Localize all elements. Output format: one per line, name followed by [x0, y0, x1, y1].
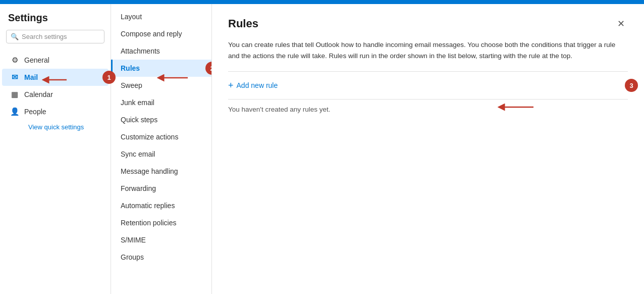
menu-item-groups[interactable]: Groups [111, 249, 211, 266]
sidebar-label-mail: Mail [24, 73, 38, 81]
sidebar-item-calendar[interactable]: ▦ Calendar [2, 86, 109, 103]
menu-item-attachments[interactable]: Attachments [111, 42, 211, 60]
people-icon: 👤 [10, 107, 19, 116]
add-rule-button[interactable]: + Add new rule 3 [228, 78, 628, 93]
search-box[interactable]: 🔍 Search settings [6, 30, 104, 43]
menu-item-forwarding[interactable]: Forwarding [111, 180, 211, 197]
sidebar-label-general: General [24, 56, 49, 64]
annotation-badge-1: 1 [102, 71, 116, 84]
divider-2 [228, 99, 628, 100]
main-content: Rules ✕ You can create rules that tell O… [212, 4, 644, 294]
sidebar-label-calendar: Calendar [24, 90, 53, 99]
sidebar-item-mail[interactable]: ✉ Mail 1 [2, 69, 109, 86]
page-title: Rules [228, 17, 258, 30]
add-rule-label: Add new rule [237, 81, 278, 89]
menu-item-sweep[interactable]: Sweep [111, 77, 211, 94]
menu-item-message[interactable]: Message handling [111, 163, 211, 180]
view-quick-settings-link[interactable]: View quick settings [20, 120, 111, 134]
menu-item-quicksteps[interactable]: Quick steps [111, 111, 211, 128]
menu-item-rules[interactable]: Rules 2 [111, 60, 211, 77]
middle-menu: Layout Compose and reply Attachments Rul… [111, 4, 212, 294]
menu-item-customize[interactable]: Customize actions [111, 128, 211, 145]
mail-icon: ✉ [10, 73, 19, 82]
annotation-badge-3: 3 [625, 79, 638, 92]
content-header: Rules ✕ [228, 16, 628, 31]
plus-icon: + [228, 81, 234, 90]
menu-item-retention[interactable]: Retention policies [111, 214, 211, 231]
menu-item-compose[interactable]: Compose and reply [111, 25, 211, 42]
menu-item-junk[interactable]: Junk email [111, 94, 211, 111]
left-sidebar: Settings 🔍 Search settings ⚙ General ✉ M… [0, 4, 111, 294]
calendar-icon: ▦ [10, 90, 19, 99]
search-placeholder: Search settings [22, 33, 67, 40]
search-icon: 🔍 [11, 33, 19, 40]
sidebar-item-people[interactable]: 👤 People [2, 103, 109, 120]
menu-item-sync[interactable]: Sync email [111, 145, 211, 163]
sidebar-label-people: People [24, 108, 46, 116]
top-bar [0, 0, 644, 4]
main-container: Settings 🔍 Search settings ⚙ General ✉ M… [0, 4, 644, 294]
empty-state-text: You haven't created any rules yet. [228, 106, 628, 113]
general-icon: ⚙ [10, 56, 19, 65]
close-button[interactable]: ✕ [614, 16, 628, 31]
divider [228, 71, 628, 72]
sidebar-item-general[interactable]: ⚙ General [2, 52, 109, 69]
menu-item-layout[interactable]: Layout [111, 8, 211, 25]
menu-item-smime[interactable]: S/MIME [111, 231, 211, 249]
description: You can create rules that tell Outlook h… [228, 39, 628, 61]
sidebar-title: Settings [0, 12, 111, 30]
menu-item-auto[interactable]: Automatic replies [111, 197, 211, 214]
annotation-badge-2: 2 [205, 62, 212, 75]
